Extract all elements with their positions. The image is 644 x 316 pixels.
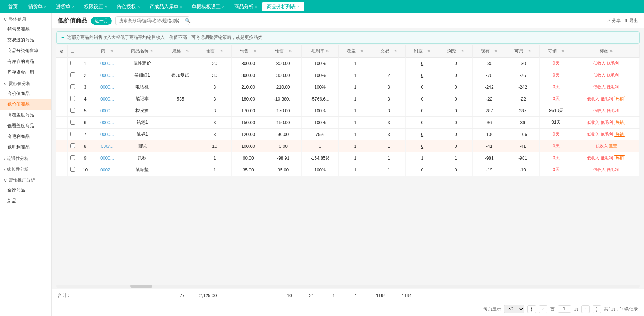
col-header-coverage[interactable]: 覆盖... ⇅ xyxy=(338,45,372,58)
browse-link[interactable]: 0 xyxy=(421,61,423,66)
browse-count1[interactable]: 0 xyxy=(405,93,439,105)
sidebar-group-growth[interactable]: › 成长性分析 xyxy=(0,163,51,174)
sidebar-item-category-sales[interactable]: 商品分类销售率 xyxy=(0,45,51,56)
close-icon[interactable]: × xyxy=(297,4,299,9)
sidebar-item-stock-goods[interactable]: 有库存的商品 xyxy=(0,56,51,67)
checkbox-cell[interactable] xyxy=(67,129,78,140)
col-header-trade[interactable]: 交易... ⇅ xyxy=(372,45,406,58)
time-tag-btn[interactable]: 近一月 xyxy=(91,17,112,25)
browse-count1[interactable]: 0 xyxy=(405,164,439,176)
browse-link[interactable]: 0 xyxy=(421,85,423,90)
data-table-wrapper[interactable]: ⚙ ☐ 商... ⇅ 商品名称 ⇅ 规格... ⇅ 销售... ⇅ 销售... … xyxy=(56,45,640,285)
close-icon[interactable]: × xyxy=(180,4,182,9)
checkbox-cell[interactable] xyxy=(67,81,78,93)
checkbox-column-header[interactable]: ☐ xyxy=(67,45,78,58)
checkbox-cell[interactable] xyxy=(67,140,78,152)
col-header-avail[interactable]: 可用... ⇅ xyxy=(506,45,540,58)
browse-count1[interactable]: 0 xyxy=(405,58,439,69)
row-checkbox[interactable] xyxy=(70,108,75,113)
col-header-browse1[interactable]: 浏览... ⇅ xyxy=(405,45,439,58)
sidebar-item-sales-goods[interactable]: 销售类商品 xyxy=(0,24,51,35)
row-checkbox[interactable] xyxy=(70,96,75,101)
nav-item-product-analysis[interactable]: 商品分析 × xyxy=(230,2,262,11)
sidebar-group-circulation[interactable]: › 流通性分析 xyxy=(0,153,51,163)
browse-link[interactable]: 0 xyxy=(421,108,423,113)
product-code[interactable]: 0000... xyxy=(93,58,121,69)
row-checkbox[interactable] xyxy=(70,132,75,136)
browse-count1[interactable]: 0 xyxy=(405,129,439,140)
nav-item-permissions[interactable]: 权限设置 × xyxy=(80,2,111,11)
col-header-tags[interactable]: 标签 ⇅ xyxy=(573,45,640,58)
sidebar-item-high-profit[interactable]: 高毛利商品 xyxy=(0,131,51,142)
browse-count1[interactable]: 0 xyxy=(405,105,439,117)
sidebar-item-high-coverage[interactable]: 高覆盖度商品 xyxy=(0,110,51,120)
close-icon[interactable]: × xyxy=(222,4,224,9)
export-button[interactable]: ⬆ 导出 xyxy=(624,18,638,24)
page-input[interactable] xyxy=(558,305,571,313)
browse-link[interactable]: 0 xyxy=(421,132,423,137)
last-page-btn[interactable]: ⟩ xyxy=(593,305,601,313)
row-checkbox[interactable] xyxy=(70,61,75,65)
row-checkbox[interactable] xyxy=(70,167,75,172)
checkbox-cell[interactable] xyxy=(67,117,78,129)
row-checkbox[interactable] xyxy=(70,155,75,160)
row-checkbox[interactable] xyxy=(70,120,75,125)
close-icon[interactable]: × xyxy=(105,4,107,9)
nav-item-product-list[interactable]: 商品分析列表 × xyxy=(262,2,304,11)
scroll-thumb[interactable] xyxy=(130,285,152,288)
browse-link[interactable]: 0 xyxy=(421,144,423,149)
col-header-sale-qty[interactable]: 销售... ⇅ xyxy=(198,45,232,58)
col-header-stock[interactable]: 现有... ⇅ xyxy=(472,45,506,58)
sidebar-item-low-coverage[interactable]: 低覆盖度商品 xyxy=(0,120,51,131)
sidebar-item-low-profit[interactable]: 低毛利商品 xyxy=(0,142,51,153)
search-icon[interactable]: 🔍 xyxy=(185,18,191,23)
sidebar-item-all-goods[interactable]: 全部商品 xyxy=(0,185,51,196)
close-icon[interactable]: × xyxy=(137,4,140,9)
nav-item-sales[interactable]: 销货单 × xyxy=(24,2,51,11)
row-checkbox[interactable] xyxy=(70,143,75,148)
browse-link[interactable]: 0 xyxy=(421,73,423,78)
product-code[interactable]: 0000... xyxy=(93,117,121,129)
product-code[interactable]: 0000... xyxy=(93,93,121,105)
horizontal-scrollbar[interactable] xyxy=(56,285,640,288)
product-code[interactable]: 0000... xyxy=(93,105,121,117)
browse-count1[interactable]: 0 xyxy=(405,140,439,152)
row-checkbox[interactable] xyxy=(70,84,75,89)
browse-count1[interactable]: 0 xyxy=(405,69,439,81)
product-code[interactable]: 000/... xyxy=(93,140,121,152)
sidebar-item-stock-capital[interactable]: 库存资金占用 xyxy=(0,67,51,78)
row-checkbox[interactable] xyxy=(70,72,75,77)
browse-count1[interactable]: 0 xyxy=(405,81,439,93)
nav-item-warehouse[interactable]: 产成品入库单 × xyxy=(145,2,187,11)
product-code[interactable]: 0002... xyxy=(93,164,121,176)
sidebar-item-traded-goods[interactable]: 交易过的商品 xyxy=(0,35,51,45)
col-header-code[interactable]: 商... ⇅ xyxy=(93,45,121,58)
next-page-btn[interactable]: › xyxy=(581,305,590,313)
browse-count1[interactable]: 1 xyxy=(405,152,439,164)
prev-page-btn[interactable]: ‹ xyxy=(539,305,547,313)
col-header-sale-price[interactable]: 销售... ⇅ xyxy=(231,45,265,58)
browse-link[interactable]: 0 xyxy=(421,167,423,173)
checkbox-cell[interactable] xyxy=(67,69,78,81)
checkbox-cell[interactable] xyxy=(67,93,78,105)
browse-count1[interactable]: 0 xyxy=(405,117,439,129)
sidebar-group-contribution[interactable]: ∨ 贡献值分析 xyxy=(0,78,51,88)
browse-link[interactable]: 0 xyxy=(421,96,423,102)
first-page-btn[interactable]: ⟨ xyxy=(527,305,536,313)
nav-item-purchase[interactable]: 进货单 × xyxy=(51,2,78,11)
product-code[interactable]: 0000... xyxy=(93,69,121,81)
close-icon[interactable]: × xyxy=(255,4,257,9)
product-code[interactable]: 0000... xyxy=(93,81,121,93)
sidebar-group-marketing[interactable]: ∨ 营销推广分析 xyxy=(0,174,51,185)
browse-link[interactable]: 0 xyxy=(421,120,423,125)
col-header-browse2[interactable]: 浏览... ⇅ xyxy=(439,45,473,58)
col-header-sellable[interactable]: 可销... ⇅ xyxy=(539,45,573,58)
checkbox-cell[interactable] xyxy=(67,105,78,117)
browse-link[interactable]: 1 xyxy=(421,156,423,161)
checkbox-cell[interactable] xyxy=(67,58,78,69)
col-header-sale-amount[interactable]: 销售... ⇅ xyxy=(265,45,302,58)
nav-item-roles[interactable]: 角色授权 × xyxy=(112,2,144,11)
col-header-spec[interactable]: 规格... ⇅ xyxy=(163,45,198,58)
nav-item-template[interactable]: 单据模板设置 × xyxy=(187,2,229,11)
product-code[interactable]: 0000... xyxy=(93,129,121,140)
